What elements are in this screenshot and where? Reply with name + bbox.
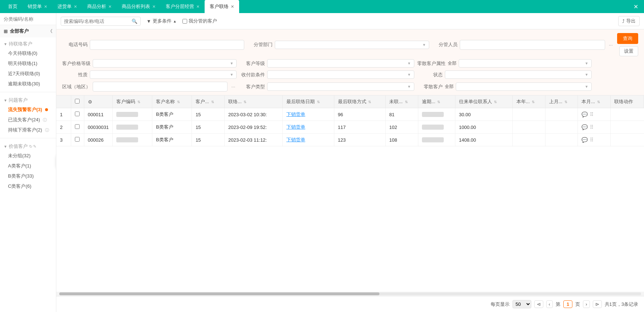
my-customers-checkbox[interactable] xyxy=(182,19,187,24)
cell-checkbox[interactable] xyxy=(71,108,84,121)
col-overdue[interactable]: 逾期... ⇅ xyxy=(418,96,455,108)
sidebar-search-input[interactable] xyxy=(4,16,56,22)
next-page-button[interactable]: › xyxy=(583,300,589,308)
col-name[interactable]: 客户名称 ⇅ xyxy=(152,96,192,108)
sidebar-item-class-a[interactable]: A类客户(1) xyxy=(0,161,56,171)
chat-icon[interactable]: 💬 xyxy=(581,112,588,117)
manager-input[interactable] xyxy=(460,40,605,50)
sidebar-section-problem-title[interactable]: ▼ 问题客户 xyxy=(0,95,56,105)
query-button[interactable]: 查询 xyxy=(617,33,638,44)
tab-customer-contact-close[interactable]: ✕ xyxy=(231,4,234,9)
price-tier-select[interactable]: ▼ xyxy=(93,59,237,68)
more-icon[interactable]: ⠿ xyxy=(590,137,593,143)
settings-button[interactable]: 设置 xyxy=(619,46,638,56)
region-dots[interactable]: ··· xyxy=(230,84,237,89)
sidebar-item-overdue[interactable]: 逾期未联络(30) xyxy=(0,79,56,89)
tab-sales-close[interactable]: ✕ xyxy=(44,4,47,9)
retail-tag: 全部 xyxy=(445,84,454,90)
sidebar-item-at-risk[interactable]: 流失预警客户(3) xyxy=(0,105,56,115)
more-conditions-button[interactable]: ▼ 更多条件 ▲ xyxy=(144,16,180,26)
col-this-year[interactable]: 本年... ⇅ xyxy=(512,96,545,108)
col-last-method[interactable]: 最后联络方式 ⇅ xyxy=(334,96,386,108)
prev-page-button[interactable]: ‹ xyxy=(546,300,553,308)
sidebar-item-lost[interactable]: 已流失客户(24) ⓘ xyxy=(0,115,56,125)
settings-icon[interactable]: ⚙ xyxy=(88,99,92,105)
col-unit-contact[interactable]: 往来单位联系人 ⇅ xyxy=(455,96,512,108)
dept-select[interactable]: ▼ xyxy=(275,41,429,49)
tab-customer-contact[interactable]: 客户联络 ✕ xyxy=(205,0,239,13)
col-this-month[interactable]: 本月... ⇅ xyxy=(578,96,611,108)
window-close-button[interactable]: ✕ xyxy=(631,3,641,10)
refresh-icon[interactable]: ↻ xyxy=(29,144,32,149)
col-settings[interactable]: ⚙ xyxy=(84,96,113,108)
col-no-contact[interactable]: 未联... ⇅ xyxy=(386,96,418,108)
sidebar-item-unclassified[interactable]: 未分组(32) xyxy=(0,151,56,161)
nature-select[interactable]: ▼ xyxy=(90,70,237,79)
tab-purchase[interactable]: 进货单 ✕ xyxy=(52,0,82,13)
last-method-link[interactable]: 下销货单 xyxy=(286,124,305,130)
sidebar-item-class-b[interactable]: B类客户(33) xyxy=(0,171,56,181)
status-select[interactable]: ▼ xyxy=(445,70,592,79)
horizontal-scrollbar[interactable] xyxy=(56,292,644,296)
col-checkbox[interactable] xyxy=(71,96,84,108)
phone-input[interactable] xyxy=(90,40,244,50)
row-checkbox[interactable] xyxy=(75,124,80,129)
more-icon[interactable]: ⠿ xyxy=(590,112,593,117)
sidebar-all-customers[interactable]: ⊞ 全部客户 《 xyxy=(0,25,56,37)
filter-search-icon[interactable]: 🔍 xyxy=(132,19,137,24)
first-page-button[interactable]: ⊲ xyxy=(534,300,543,308)
select-all-checkbox[interactable] xyxy=(75,99,80,104)
cell-index: 2 xyxy=(56,121,71,134)
retail-select[interactable]: ▼ xyxy=(456,82,592,91)
more-icon[interactable]: ⠿ xyxy=(590,124,593,130)
my-customers-filter[interactable]: 我分管的客户 xyxy=(182,18,217,24)
cust-type-select[interactable]: ▼ xyxy=(267,82,414,91)
scrollbar-track[interactable] xyxy=(59,292,641,295)
col-code[interactable]: 客户编码 ⇅ xyxy=(113,96,152,108)
last-page-button[interactable]: ⊳ xyxy=(593,300,602,308)
col-last-date[interactable]: 最后联络日期 ⇅ xyxy=(282,96,334,108)
export-button[interactable]: ⤴ 导出 xyxy=(618,16,640,26)
tab-analysis-close[interactable]: ✕ xyxy=(108,4,112,9)
adv-filter-row-3: 性质 ▼ 收付款条件 ▼ 状态 xyxy=(62,70,638,79)
sidebar-item-declining[interactable]: 持续下滑客户(2) ⓘ xyxy=(0,125,56,135)
cell-checkbox[interactable] xyxy=(71,134,84,146)
region-input[interactable] xyxy=(93,82,228,92)
cell-name xyxy=(113,121,152,134)
sidebar-item-week[interactable]: 近7天待联络(0) xyxy=(0,69,56,79)
last-method-link[interactable]: 下销货单 xyxy=(286,112,305,117)
tab-sales[interactable]: 销货单 ✕ xyxy=(23,0,52,13)
tab-customer-tier[interactable]: 客户分层经营 ✕ xyxy=(161,0,205,13)
action-icons: 💬 ⠿ xyxy=(581,112,607,117)
col-level[interactable]: 客户... ⇅ xyxy=(192,96,225,108)
sidebar-item-tomorrow[interactable]: 明天待联络(1) xyxy=(0,58,56,69)
filter-search-input[interactable] xyxy=(64,19,132,24)
tab-analysis-list-close[interactable]: ✕ xyxy=(152,4,156,9)
customer-tier-select[interactable]: ▼ xyxy=(267,59,414,68)
sidebar-item-today[interactable]: 今天待联络(0) xyxy=(0,48,56,58)
row-checkbox[interactable] xyxy=(75,112,80,116)
tab-purchase-close[interactable]: ✕ xyxy=(74,4,77,9)
col-contact[interactable]: 联络... ⇅ xyxy=(224,96,282,108)
chat-icon[interactable]: 💬 xyxy=(581,124,588,130)
manager-dots[interactable]: ··· xyxy=(607,42,614,48)
edit-icon[interactable]: ✎ xyxy=(33,144,36,149)
sidebar-section-value-title[interactable]: ▼ 价值客户 ↻ ✎ xyxy=(0,141,56,151)
cell-checkbox[interactable] xyxy=(71,121,84,134)
tab-home[interactable]: 首页 xyxy=(3,0,23,13)
tab-analysis[interactable]: 商品分析 ✕ xyxy=(82,0,117,13)
sidebar-item-class-c[interactable]: C类客户(6) xyxy=(0,181,56,191)
last-method-link[interactable]: 下销货单 xyxy=(286,137,305,142)
sort-icon-no-contact: ⇅ xyxy=(405,100,408,104)
scrollbar-thumb[interactable] xyxy=(59,292,379,295)
tab-customer-tier-close[interactable]: ✕ xyxy=(196,4,200,9)
payment-select[interactable]: ▼ xyxy=(267,70,414,79)
row-checkbox[interactable] xyxy=(75,137,80,142)
sidebar-section-pending-title[interactable]: ▼ 待联络客户 xyxy=(0,39,56,48)
chat-icon[interactable]: 💬 xyxy=(581,137,588,143)
tab-analysis-list[interactable]: 商品分析列表 ✕ xyxy=(117,0,161,13)
col-last-month[interactable]: 上月... ⇅ xyxy=(545,96,578,108)
field-retail-attr: 零散客户属性 全部 ▼ xyxy=(417,59,592,68)
retail-attr-select[interactable]: ▼ xyxy=(459,59,592,68)
per-page-select[interactable]: 50 100 200 xyxy=(512,300,531,308)
